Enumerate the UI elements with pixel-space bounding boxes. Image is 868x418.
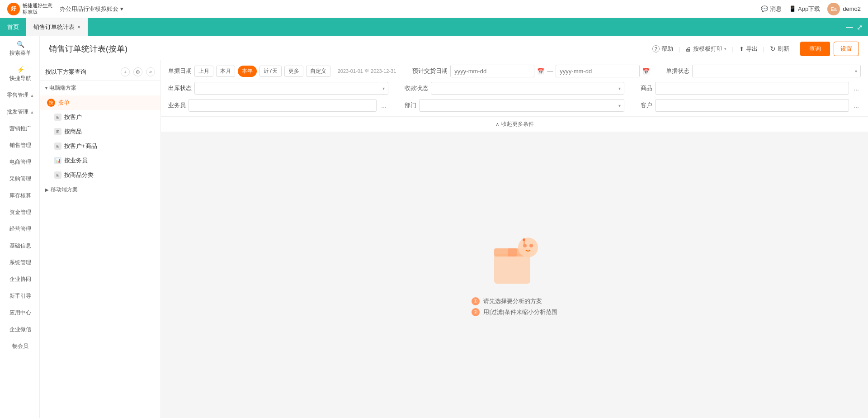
product-input[interactable] — [655, 82, 849, 95]
mobile-group-arrow: ▶ — [45, 187, 49, 192]
user-avatar: Ea — [827, 3, 840, 15]
sidebar-item-search-menu[interactable]: 🔍 搜索菜单 — [0, 36, 39, 62]
sidebar-item-label: 快捷导航 — [9, 75, 31, 82]
salesperson-group: 业务员 ... — [168, 99, 388, 112]
svg-point-5 — [529, 244, 533, 247]
export-action[interactable]: ⬆ 导出 — [739, 45, 758, 53]
mobile-solutions-group[interactable]: ▶ 移动端方案 — [40, 182, 160, 197]
by-salesperson-icon: 📊 — [54, 157, 61, 164]
document-status-select[interactable] — [692, 65, 861, 77]
wholesale-arrow-icon: ▲ — [30, 110, 34, 114]
sidebar-item-new-user[interactable]: 新手引导 — [0, 288, 39, 304]
expected-delivery-end[interactable] — [556, 65, 640, 77]
sidebar-item-operations[interactable]: 经营管理 — [0, 221, 39, 238]
system-title[interactable]: 办公用品行业模拟账套 ▾ — [60, 5, 123, 13]
top-bar-left: 好 畅捷通好生意 标准版 办公用品行业模拟账套 ▾ — [7, 3, 123, 15]
refresh-action[interactable]: ↻ 刷新 — [770, 45, 789, 53]
sidebar-item-enterprise-wechat[interactable]: 企业微信 — [0, 321, 39, 338]
sidebar-item-purchase[interactable]: 采购管理 — [0, 171, 39, 187]
last-7-days-btn[interactable]: 近7天 — [259, 66, 282, 77]
payment-status-group: 收款状态 ▾ — [405, 82, 625, 95]
sidebar-item-label: 基础信息 — [9, 242, 31, 250]
sidebar-item-finance[interactable]: 资金管理 — [0, 204, 39, 221]
nav-minimize-icon[interactable]: — — [846, 23, 853, 31]
last-month-btn[interactable]: 上月 — [194, 66, 213, 77]
help-action[interactable]: ? 帮助 — [652, 45, 673, 53]
sidebar-item-label: 资金管理 — [9, 209, 31, 216]
right-panel: 单据日期 上月 本月 本年 近7天 更多 自定义 — [161, 60, 868, 418]
sidebar-item-system[interactable]: 系统管理 — [0, 254, 39, 271]
app-download-action[interactable]: 📱 App下载 — [789, 5, 820, 13]
svg-point-4 — [523, 244, 527, 247]
sidebar-item-label: 库存核算 — [9, 192, 31, 200]
sidebar: 🔍 搜索菜单 ⚡ 快捷导航 零售管理 ▲ 批发管理 ▲ 营销推广 销售管理 电商… — [0, 36, 40, 418]
sidebar-item-wholesale[interactable]: 批发管理 ▲ — [0, 104, 39, 120]
add-solution-icon[interactable]: + — [121, 67, 130, 76]
more-btn[interactable]: 更多 — [284, 66, 303, 77]
customer-input[interactable] — [655, 99, 849, 112]
tab-sales-order-stats[interactable]: 销售订单统计表 × — [26, 18, 88, 36]
sidebar-item-inventory[interactable]: 库存核算 — [0, 187, 39, 204]
sidebar-item-sales[interactable]: 销售管理 — [0, 137, 39, 154]
sidebar-item-label: 企业微信 — [9, 326, 31, 333]
empty-state: ① 请先选择要分析的方案 ② 用[过滤]条件来缩小分析范围 — [472, 234, 557, 316]
tree-item-by-customer[interactable]: ⊞ 按客户 — [40, 110, 160, 124]
collapse-conditions[interactable]: ∧ 收起更多条件 — [161, 116, 868, 132]
custom-btn[interactable]: 自定义 — [306, 66, 330, 77]
tree-item-label: 按客户 — [64, 113, 82, 121]
settings-solution-icon[interactable]: ⚙ — [133, 67, 142, 76]
tree-item-by-customer-product[interactable]: ⊞ 按客户+商品 — [40, 139, 160, 153]
tab-close-icon[interactable]: × — [77, 24, 80, 30]
collapse-panel-icon[interactable]: « — [146, 67, 155, 76]
sidebar-item-member[interactable]: 畅会员 — [0, 338, 39, 355]
template-print-action[interactable]: 🖨 按模板打印 ▾ — [685, 45, 726, 53]
top-bar-right: 💬 消息 📱 App下载 Ea demo2 — [761, 3, 861, 15]
date-range-text: 2023-01-01 至 2023-12-31 — [338, 67, 396, 75]
sidebar-item-label: 畅会员 — [12, 342, 28, 350]
department-select[interactable] — [419, 99, 625, 112]
sidebar-item-enterprise-collab[interactable]: 企业协同 — [0, 271, 39, 288]
settings-button[interactable]: 设置 — [834, 42, 859, 56]
payment-status-select[interactable] — [431, 82, 625, 95]
tab-home[interactable]: 首页 — [0, 18, 26, 36]
by-order-icon: 按 — [47, 99, 55, 107]
salesperson-ellipsis[interactable]: ... — [379, 102, 388, 109]
this-year-btn[interactable]: 本年 — [238, 66, 257, 77]
sidebar-item-retail[interactable]: 零售管理 ▲ — [0, 87, 39, 104]
divider1: | — [679, 46, 680, 52]
sidebar-item-quick-nav[interactable]: ⚡ 快捷导航 — [0, 62, 39, 87]
this-month-btn[interactable]: 本月 — [216, 66, 235, 77]
sidebar-item-basic-info[interactable]: 基础信息 — [0, 238, 39, 254]
product-ellipsis[interactable]: ... — [852, 85, 861, 92]
logo-text: 畅捷通好生意 标准版 — [23, 3, 52, 14]
nav-controls: — ⤢ — [846, 23, 868, 32]
filter-row-2: 出库状态 ▾ 收款状态 — [168, 82, 861, 95]
retail-arrow-icon: ▲ — [30, 93, 34, 98]
svg-rect-6 — [524, 241, 525, 244]
hint-num-1: ① — [472, 297, 480, 305]
user-area[interactable]: Ea demo2 — [827, 3, 861, 15]
pc-solutions-group[interactable]: ▾ 电脑端方案 — [40, 81, 160, 95]
expected-delivery-start[interactable] — [450, 65, 534, 77]
tree-item-label: 按业务员 — [64, 157, 88, 165]
query-button[interactable]: 查询 — [800, 42, 830, 56]
shipment-status-select[interactable] — [194, 82, 388, 95]
salesperson-input[interactable] — [189, 99, 377, 112]
refresh-label: 刷新 — [778, 45, 789, 53]
nav-expand-icon[interactable]: ⤢ — [857, 23, 863, 32]
sidebar-item-marketing[interactable]: 营销推广 — [0, 120, 39, 137]
sidebar-item-label: 搜索菜单 — [9, 49, 31, 57]
sidebar-item-ecommerce[interactable]: 电商管理 — [0, 154, 39, 171]
sidebar-item-label: 电商管理 — [9, 158, 31, 166]
tree-item-by-salesperson[interactable]: 📊 按业务员 — [40, 153, 160, 168]
hint-text-1: 请先选择要分析的方案 — [483, 297, 542, 305]
message-action[interactable]: 💬 消息 — [761, 5, 782, 13]
customer-ellipsis[interactable]: ... — [852, 102, 861, 109]
sidebar-item-app-center[interactable]: 应用中心 — [0, 304, 39, 321]
sidebar-item-label: 系统管理 — [9, 259, 31, 266]
tree-item-by-product[interactable]: ⊞ 按商品 — [40, 124, 160, 139]
tree-item-by-product-category[interactable]: ⊞ 按商品分类 — [40, 168, 160, 182]
tree-item-by-order[interactable]: 按 按单 — [40, 95, 160, 110]
empty-hint-2: ② 用[过滤]条件来缩小分析范围 — [472, 308, 557, 316]
refresh-icon: ↻ — [770, 45, 776, 53]
